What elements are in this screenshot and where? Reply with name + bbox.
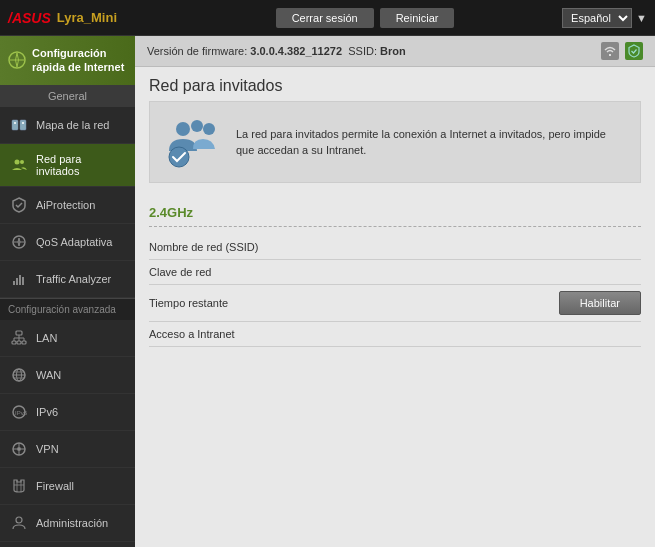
guest-icon <box>10 156 28 174</box>
form-row-intranet: Acceso a Intranet <box>149 322 641 347</box>
svg-rect-2 <box>12 120 18 130</box>
page-title: Red para invitados <box>135 67 655 101</box>
svg-rect-12 <box>19 275 21 285</box>
traffic-icon <box>10 270 28 288</box>
admin-label: Administración <box>36 517 108 529</box>
svg-rect-11 <box>16 278 18 285</box>
svg-point-39 <box>16 517 22 523</box>
vpn-label: VPN <box>36 443 59 455</box>
logo-area: /ASUS Lyra_Mini <box>8 10 168 26</box>
svg-point-46 <box>203 123 215 135</box>
language-select[interactable]: Español English <box>562 8 632 28</box>
signal-icon <box>601 42 619 60</box>
firewall-label: Firewall <box>36 480 74 492</box>
svg-point-7 <box>20 160 24 164</box>
general-section-label: General <box>0 85 135 107</box>
freq-label: 2.4GHz <box>135 197 655 224</box>
svg-point-31 <box>17 447 21 451</box>
svg-point-6 <box>15 159 20 164</box>
svg-point-4 <box>14 122 16 124</box>
qos-icon <box>10 233 28 251</box>
sidebar-item-aiprotection[interactable]: AiProtection <box>0 187 135 224</box>
firmware-version: 3.0.0.4.382_11272 <box>250 45 342 57</box>
asus-logo: /ASUS <box>8 10 51 26</box>
traffic-label: Traffic Analyzer <box>36 273 111 285</box>
svg-rect-14 <box>16 331 22 335</box>
sidebar: Configuración rápida de Internet General… <box>0 36 135 547</box>
time-field-label: Tiempo restante <box>149 297 349 309</box>
map-label: Mapa de la red <box>36 119 109 131</box>
aiprotection-label: AiProtection <box>36 199 95 211</box>
chevron-down-icon: ▼ <box>636 12 647 24</box>
sidebar-item-admin[interactable]: Administración <box>0 505 135 542</box>
ssid-value: Bron <box>380 45 406 57</box>
firewall-icon <box>10 477 28 495</box>
svg-rect-16 <box>17 341 21 344</box>
sidebar-item-quick-internet[interactable]: Configuración rápida de Internet <box>0 36 135 85</box>
firmware-bar: Versión de firmware: 3.0.0.4.382_11272 S… <box>135 36 655 67</box>
quick-internet-label: Configuración rápida de Internet <box>32 46 127 75</box>
ipv6-label: IPv6 <box>36 406 58 418</box>
form-row-ssid: Nombre de red (SSID) <box>149 235 641 260</box>
svg-rect-15 <box>12 341 16 344</box>
ssid-field-label: Nombre de red (SSID) <box>149 241 349 253</box>
key-field-label: Clave de red <box>149 266 349 278</box>
quick-internet-icon <box>8 51 26 69</box>
guest-network-icon <box>164 112 224 172</box>
firmware-icons <box>601 42 643 60</box>
svg-rect-17 <box>22 341 26 344</box>
svg-text:IPv6: IPv6 <box>15 410 27 416</box>
sidebar-item-wan[interactable]: WAN <box>0 357 135 394</box>
svg-rect-3 <box>20 120 26 130</box>
sidebar-item-syslog[interactable]: Registro del sistema <box>0 542 135 547</box>
shield-icon <box>625 42 643 60</box>
restart-button[interactable]: Reiniciar <box>380 8 455 28</box>
qos-label: QoS Adaptativa <box>36 236 112 248</box>
ipv6-icon: IPv6 <box>10 403 28 421</box>
sidebar-item-traffic[interactable]: Traffic Analyzer <box>0 261 135 298</box>
freq-divider <box>149 226 641 227</box>
svg-rect-13 <box>22 277 24 285</box>
lan-label: LAN <box>36 332 57 344</box>
product-name: Lyra_Mini <box>57 10 117 25</box>
logout-button[interactable]: Cerrar sesión <box>276 8 374 28</box>
content-area: Versión de firmware: 3.0.0.4.382_11272 S… <box>135 36 655 547</box>
enable-button[interactable]: Habilitar <box>559 291 641 315</box>
wan-icon <box>10 366 28 384</box>
advanced-section-label: Configuración avanzada <box>0 298 135 320</box>
form-section: Nombre de red (SSID) Clave de red Tiempo… <box>149 235 641 347</box>
sidebar-item-map[interactable]: Mapa de la red <box>0 107 135 144</box>
intranet-field-label: Acceso a Intranet <box>149 328 349 340</box>
map-icon <box>10 116 28 134</box>
header-buttons: Cerrar sesión Reiniciar <box>168 8 562 28</box>
guest-label: Red para invitados <box>36 153 125 177</box>
admin-icon <box>10 514 28 532</box>
header: /ASUS Lyra_Mini Cerrar sesión Reiniciar … <box>0 0 655 36</box>
info-description: La red para invitados permite la conexió… <box>236 126 626 159</box>
lang-selector: Español English ▼ <box>562 8 647 28</box>
sidebar-item-lan[interactable]: LAN <box>0 320 135 357</box>
sidebar-item-firewall[interactable]: Firewall <box>0 468 135 505</box>
sidebar-item-ipv6[interactable]: IPv6 IPv6 <box>0 394 135 431</box>
svg-point-44 <box>176 122 190 136</box>
aiprotection-icon <box>10 196 28 214</box>
sidebar-item-guest[interactable]: Red para invitados <box>0 144 135 187</box>
svg-point-45 <box>191 120 203 132</box>
lan-icon <box>10 329 28 347</box>
vpn-icon <box>10 440 28 458</box>
form-row-time: Tiempo restante Habilitar <box>149 285 641 322</box>
firmware-text: Versión de firmware: 3.0.0.4.382_11272 S… <box>147 45 406 57</box>
sidebar-item-qos[interactable]: QoS Adaptativa <box>0 224 135 261</box>
svg-point-5 <box>22 122 24 124</box>
form-row-key: Clave de red <box>149 260 641 285</box>
wan-label: WAN <box>36 369 61 381</box>
main-layout: Configuración rápida de Internet General… <box>0 36 655 547</box>
info-box: La red para invitados permite la conexió… <box>149 101 641 183</box>
sidebar-item-vpn[interactable]: VPN <box>0 431 135 468</box>
svg-rect-10 <box>13 281 15 285</box>
